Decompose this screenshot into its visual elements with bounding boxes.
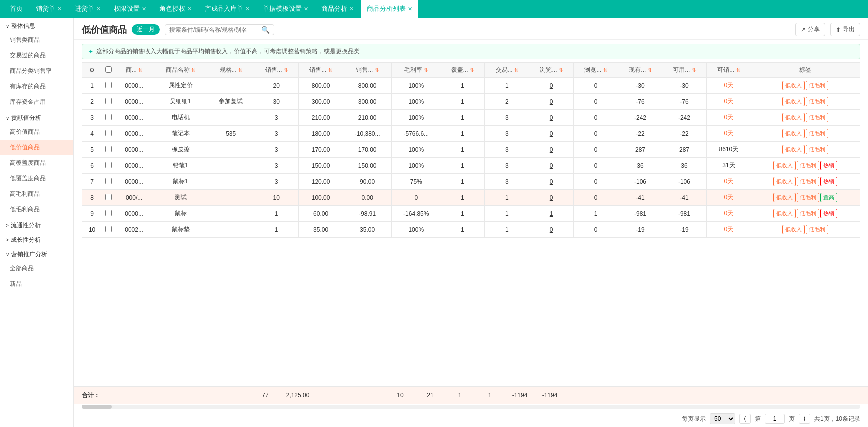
scrollbar-track[interactable] bbox=[82, 405, 860, 409]
sidebar-item-sales-products[interactable]: 销售类商品 bbox=[0, 32, 73, 48]
table-container[interactable]: ⚙ 商... ⇅ 商品名称 ⇅ 规格... ⇅ 销售... ⇅ 销售... ⇅ … bbox=[74, 62, 868, 386]
row-views1[interactable]: 0 bbox=[529, 126, 574, 142]
row-views1[interactable]: 0 bbox=[529, 158, 574, 174]
row-checkbox[interactable] bbox=[105, 114, 112, 120]
filter-recent-btn[interactable]: 近一月 bbox=[132, 24, 160, 35]
sidebar-group-marketing[interactable]: ∨ 营销推广分析 bbox=[0, 246, 73, 261]
sidebar-item-low-value[interactable]: 低价值商品 bbox=[0, 140, 73, 155]
sidebar-item-category-rate[interactable]: 商品分类销售率 bbox=[0, 63, 73, 79]
row-checkbox-cell[interactable] bbox=[102, 158, 115, 174]
col-code[interactable]: 商... ⇅ bbox=[115, 63, 153, 78]
col-coverage[interactable]: 覆盖... ⇅ bbox=[440, 63, 485, 78]
sidebar-item-all-products[interactable]: 全部商品 bbox=[0, 261, 73, 276]
col-views2[interactable]: 浏览... ⇅ bbox=[574, 63, 618, 78]
nav-stock-in[interactable]: 产成品入库单 ✕ bbox=[199, 0, 256, 18]
col-spec[interactable]: 规格... ⇅ bbox=[208, 63, 254, 78]
row-views1[interactable]: 0 bbox=[529, 222, 574, 238]
row-checkbox[interactable] bbox=[105, 162, 112, 168]
search-input[interactable] bbox=[169, 26, 258, 33]
col-views1[interactable]: 浏览... ⇅ bbox=[529, 63, 574, 78]
views1-link[interactable]: 0 bbox=[550, 226, 553, 233]
nav-stockin-close[interactable]: ✕ bbox=[245, 6, 250, 12]
row-checkbox[interactable] bbox=[105, 82, 112, 88]
sidebar-item-high-value[interactable]: 高价值商品 bbox=[0, 124, 73, 140]
col-current-stock[interactable]: 现有... ⇅ bbox=[618, 63, 662, 78]
row-checkbox-cell[interactable] bbox=[102, 190, 115, 206]
page-size-select[interactable]: 50 100 200 bbox=[710, 413, 735, 424]
views1-link[interactable]: 0 bbox=[550, 194, 553, 201]
row-checkbox-cell[interactable] bbox=[102, 110, 115, 126]
row-views1[interactable]: 0 bbox=[529, 174, 574, 190]
col-qty[interactable]: 销售... ⇅ bbox=[254, 63, 299, 78]
sidebar-group-overview[interactable]: ∨ 整体信息 bbox=[0, 18, 73, 32]
views1-link[interactable]: 0 bbox=[550, 98, 553, 105]
row-checkbox-cell[interactable] bbox=[102, 94, 115, 110]
col-available[interactable]: 可用... ⇅ bbox=[662, 63, 707, 78]
col-gross-margin[interactable]: 毛利率 ⇅ bbox=[392, 63, 440, 78]
first-page-btn[interactable]: ⟨ bbox=[739, 414, 751, 424]
scrollbar-thumb[interactable] bbox=[82, 405, 112, 409]
col-name[interactable]: 商品名称 ⇅ bbox=[153, 63, 208, 78]
nav-analysis-close[interactable]: ✕ bbox=[349, 6, 354, 12]
sidebar-group-circulation[interactable]: > 流通性分析 bbox=[0, 217, 73, 232]
row-checkbox[interactable] bbox=[105, 98, 112, 104]
nav-template-close[interactable]: ✕ bbox=[304, 6, 308, 12]
sidebar-group-contribution[interactable]: ∨ 贡献值分析 bbox=[0, 110, 73, 124]
row-checkbox-cell[interactable] bbox=[102, 78, 115, 94]
nav-role-close[interactable]: ✕ bbox=[187, 6, 192, 12]
row-checkbox[interactable] bbox=[105, 226, 112, 232]
nav-template[interactable]: 单据模板设置 ✕ bbox=[257, 0, 314, 18]
nav-analysis-list-close[interactable]: ✕ bbox=[408, 6, 412, 12]
views1-link[interactable]: 0 bbox=[550, 146, 553, 153]
sidebar-item-stocked-products[interactable]: 有库存的商品 bbox=[0, 79, 73, 94]
nav-sales-close[interactable]: ✕ bbox=[57, 6, 62, 12]
col-sale-amount[interactable]: 销售... ⇅ bbox=[299, 63, 343, 78]
sidebar-item-high-margin[interactable]: 高毛利商品 bbox=[0, 186, 73, 202]
views1-link[interactable]: 0 bbox=[550, 130, 553, 137]
sidebar-item-traded-products[interactable]: 交易过的商品 bbox=[0, 48, 73, 63]
page-number-input[interactable] bbox=[765, 414, 785, 424]
row-checkbox[interactable] bbox=[105, 194, 112, 200]
sidebar-item-high-coverage[interactable]: 高覆盖度商品 bbox=[0, 155, 73, 171]
col-settings[interactable]: ⚙ bbox=[82, 63, 102, 78]
views1-link[interactable]: 0 bbox=[550, 178, 553, 185]
nav-permission-close[interactable]: ✕ bbox=[142, 6, 146, 12]
nav-sales-order[interactable]: 销货单 ✕ bbox=[30, 0, 68, 18]
row-views1[interactable]: 0 bbox=[529, 110, 574, 126]
col-transactions[interactable]: 交易... ⇅ bbox=[485, 63, 529, 78]
sidebar-item-low-margin[interactable]: 低毛利商品 bbox=[0, 202, 73, 217]
row-checkbox[interactable] bbox=[105, 146, 112, 152]
select-all-checkbox[interactable] bbox=[105, 66, 112, 73]
views1-link[interactable]: 0 bbox=[550, 82, 553, 89]
row-views1[interactable]: 0 bbox=[529, 78, 574, 94]
row-checkbox-cell[interactable] bbox=[102, 222, 115, 238]
sidebar-item-new-products[interactable]: 新品 bbox=[0, 276, 73, 292]
views1-link[interactable]: 1 bbox=[550, 210, 553, 217]
nav-role-auth[interactable]: 角色授权 ✕ bbox=[153, 0, 198, 18]
row-checkbox-cell[interactable] bbox=[102, 126, 115, 142]
nav-product-analysis[interactable]: 商品分析 ✕ bbox=[315, 0, 360, 18]
row-checkbox-cell[interactable] bbox=[102, 206, 115, 222]
views1-link[interactable]: 0 bbox=[550, 162, 553, 169]
row-views1[interactable]: 0 bbox=[529, 190, 574, 206]
nav-permission[interactable]: 权限设置 ✕ bbox=[108, 0, 152, 18]
nav-product-analysis-list[interactable]: 商品分析列表 ✕ bbox=[361, 0, 418, 18]
export-btn[interactable]: ⬆ 导出 bbox=[830, 23, 860, 36]
sidebar-item-low-coverage[interactable]: 低覆盖度商品 bbox=[0, 171, 73, 186]
row-checkbox[interactable] bbox=[105, 178, 112, 184]
row-checkbox[interactable] bbox=[105, 210, 112, 216]
col-checkbox[interactable] bbox=[102, 63, 115, 78]
sidebar-item-stock-funds[interactable]: 库存资金占用 bbox=[0, 94, 73, 110]
share-btn[interactable]: ↗ 分享 bbox=[795, 23, 825, 36]
col-sellable[interactable]: 可销... ⇅ bbox=[706, 63, 751, 78]
row-views1[interactable]: 0 bbox=[529, 94, 574, 110]
col-sale-value[interactable]: 销售... ⇅ bbox=[343, 63, 392, 78]
row-checkbox-cell[interactable] bbox=[102, 174, 115, 190]
nav-purchase-order[interactable]: 进货单 ✕ bbox=[69, 0, 107, 18]
nav-purchase-close[interactable]: ✕ bbox=[96, 6, 101, 12]
next-page-btn[interactable]: ⟩ bbox=[799, 414, 810, 424]
row-views1[interactable]: 0 bbox=[529, 142, 574, 158]
views1-link[interactable]: 0 bbox=[550, 114, 553, 121]
row-checkbox-cell[interactable] bbox=[102, 142, 115, 158]
sidebar-group-growth[interactable]: > 成长性分析 bbox=[0, 232, 73, 246]
